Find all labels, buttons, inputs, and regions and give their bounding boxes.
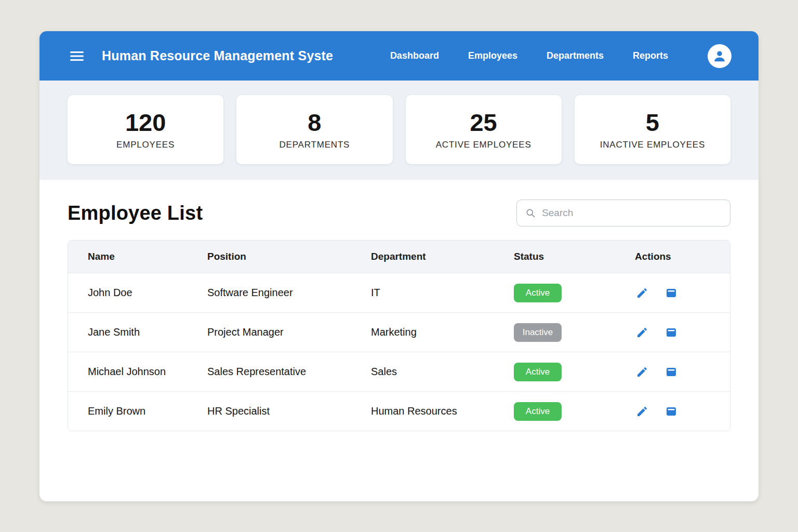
row-actions [635, 365, 725, 379]
cell-position: Sales Representative [202, 352, 366, 391]
edit-button[interactable] [635, 286, 649, 300]
stat-value: 25 [470, 109, 497, 136]
page-title: Employee List [68, 202, 203, 224]
stat-label: ACTIVE EMPLOYEES [436, 140, 531, 150]
table-row: Jane Smith Project Manager Marketing Ina… [68, 312, 730, 352]
employee-list-section: Employee List Name Position Department S… [39, 180, 759, 431]
list-header: Employee List [68, 200, 730, 227]
archive-icon [665, 366, 677, 378]
edit-icon [636, 326, 648, 339]
stat-value: 120 [125, 109, 166, 136]
edit-icon [636, 405, 648, 418]
archive-icon [665, 287, 677, 299]
col-header-position: Position [202, 241, 366, 273]
col-header-status: Status [509, 241, 630, 273]
app-title: Human Resource Management Syste [102, 48, 333, 63]
main-nav: Dashboard Employees Departments Reports [390, 50, 668, 61]
edit-button[interactable] [635, 325, 649, 340]
cell-department: Sales [366, 352, 509, 391]
archive-icon [665, 405, 677, 418]
cell-name: Michael Johnson [68, 352, 202, 391]
cell-name: Emily Brown [68, 391, 202, 431]
status-badge: Active [514, 284, 562, 302]
cell-department: IT [366, 273, 509, 312]
stat-card-employees: 120 EMPLOYEES [68, 95, 223, 164]
edit-icon [636, 287, 648, 299]
employee-table: Name Position Department Status Actions … [68, 240, 730, 431]
cell-position: Project Manager [202, 312, 366, 352]
stat-label: INACTIVE EMPLOYEES [600, 140, 705, 150]
archive-button[interactable] [664, 325, 679, 340]
edit-icon [636, 366, 648, 378]
table-row: John Doe Software Engineer IT Active [68, 273, 730, 312]
nav-employees[interactable]: Employees [468, 50, 517, 61]
nav-reports[interactable]: Reports [633, 50, 668, 61]
archive-button[interactable] [664, 286, 679, 300]
table-header-row: Name Position Department Status Actions [68, 241, 730, 273]
hamburger-icon [70, 50, 84, 62]
status-badge: Active [514, 402, 562, 421]
table-row: Emily Brown HR Specialist Human Resource… [68, 391, 730, 431]
avatar[interactable] [708, 44, 732, 68]
nav-dashboard[interactable]: Dashboard [390, 50, 439, 61]
cell-department: Human Resources [366, 391, 509, 431]
stat-card-departments: 8 DEPARTMENTS [236, 95, 392, 164]
col-header-name: Name [68, 241, 202, 273]
row-actions [635, 325, 725, 340]
nav-departments[interactable]: Departments [547, 50, 604, 61]
row-actions [635, 404, 725, 419]
stat-label: EMPLOYEES [116, 140, 175, 150]
user-icon [712, 48, 727, 64]
search-icon [525, 207, 536, 219]
stat-card-inactive-employees: 5 INACTIVE EMPLOYEES [575, 95, 730, 164]
cell-position: HR Specialist [202, 391, 366, 431]
col-header-department: Department [366, 241, 509, 273]
stat-value: 8 [308, 109, 321, 136]
archive-icon [665, 326, 677, 339]
status-badge: Inactive [514, 323, 562, 342]
stat-value: 5 [646, 109, 659, 136]
edit-button[interactable] [635, 365, 649, 379]
app-window: Human Resource Management Syste Dashboar… [39, 31, 759, 501]
edit-button[interactable] [635, 404, 649, 419]
stats-row: 120 EMPLOYEES 8 DEPARTMENTS 25 ACTIVE EM… [39, 81, 759, 180]
status-badge: Active [514, 363, 562, 381]
table-row: Michael Johnson Sales Representative Sal… [68, 352, 730, 391]
cell-name: John Doe [68, 273, 202, 312]
cell-name: Jane Smith [68, 312, 202, 352]
cell-position: Software Engineer [202, 273, 366, 312]
archive-button[interactable] [664, 404, 679, 419]
archive-button[interactable] [664, 365, 679, 379]
row-actions [635, 286, 725, 300]
stat-label: DEPARTMENTS [280, 140, 350, 150]
cell-department: Marketing [366, 312, 509, 352]
menu-button[interactable] [68, 48, 86, 64]
col-header-actions: Actions [630, 241, 730, 273]
search-box[interactable] [516, 200, 730, 227]
top-nav-bar: Human Resource Management Syste Dashboar… [39, 31, 759, 81]
stat-card-active-employees: 25 ACTIVE EMPLOYEES [406, 95, 562, 164]
search-input[interactable] [542, 207, 722, 219]
